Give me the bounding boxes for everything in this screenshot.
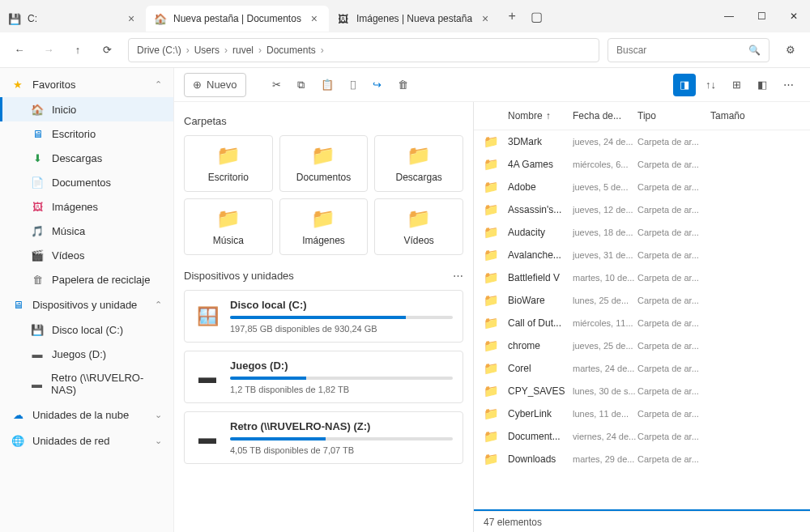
column-type[interactable]: Tipo	[637, 110, 710, 121]
refresh-button[interactable]: ⟳	[94, 37, 120, 63]
drive-status: 1,2 TB disponibles de 1,82 TB	[230, 385, 453, 394]
sidebar-cloud-header[interactable]: ☁ Unidades de la nube ⌄	[0, 402, 173, 428]
sidebar-item[interactable]: 🖥Escritorio	[0, 121, 173, 146]
sidebar-item[interactable]: 🏠Inicio	[0, 97, 173, 121]
drives-more-button[interactable]: ⋯	[453, 270, 463, 282]
minimize-button[interactable]: —	[713, 0, 745, 32]
file-row[interactable]: 📁Adobejueves, 5 de...Carpeta de ar...	[474, 176, 810, 198]
search-icon: 🔍	[748, 45, 761, 56]
tab-title: Nueva pestaña | Documentos	[173, 13, 301, 24]
sidebar-item[interactable]: 💾Disco local (C:)	[0, 317, 173, 342]
breadcrumb[interactable]: Drive (C:\)›Users›ruvel›Documents›	[128, 38, 599, 62]
drive-card[interactable]: ▬Juegos (D:)1,2 TB disponibles de 1,82 T…	[184, 351, 463, 403]
file-name: 3DMark	[503, 136, 573, 147]
share-button[interactable]: ↪	[366, 73, 388, 97]
column-date[interactable]: Fecha de...	[573, 110, 637, 121]
forward-button[interactable]: →	[36, 37, 62, 63]
sidebar-favorites-header[interactable]: ★ Favoritos ⌃	[0, 71, 173, 97]
file-row[interactable]: 📁Audacityjueves, 18 de...Carpeta de ar..…	[474, 221, 810, 244]
drive-icon: ▬	[31, 377, 43, 390]
search-input[interactable]	[616, 45, 748, 56]
tab-close-icon[interactable]: ×	[125, 12, 138, 25]
up-button[interactable]: ↑	[65, 37, 91, 63]
file-row[interactable]: 📁Avalanche...jueves, 31 de...Carpeta de …	[474, 244, 810, 266]
sidebar-item[interactable]: 📄Documentos	[0, 170, 173, 194]
file-row[interactable]: 📁3DMarkjueves, 24 de...Carpeta de ar...	[474, 130, 810, 153]
paste-button[interactable]: 📋	[314, 73, 340, 97]
file-date: jueves, 18 de...	[573, 228, 637, 237]
drives-section-title: Dispositivos y unidades ⋯	[184, 270, 463, 282]
file-row[interactable]: 📁chromejueves, 25 de...Carpeta de ar...	[474, 334, 810, 357]
sidebar-item[interactable]: 🎬Vídeos	[0, 243, 173, 267]
breadcrumb-segment[interactable]: Documents	[266, 45, 316, 56]
drive-name: Disco local (C:)	[230, 299, 453, 311]
file-row[interactable]: 📁CPY_SAVESlunes, 30 de s...Carpeta de ar…	[474, 380, 810, 402]
drive-icon: ▬	[194, 420, 220, 455]
new-button[interactable]: ⊕ Nuevo	[184, 73, 246, 97]
file-row[interactable]: 📁BioWarelunes, 25 de...Carpeta de ar...	[474, 289, 810, 312]
sidebar-item[interactable]: 🖼Imágenes	[0, 194, 173, 219]
cut-icon: ✂	[272, 79, 281, 91]
breadcrumb-segment[interactable]: Users	[194, 45, 220, 56]
sidebar-item-icon: 🎬	[31, 249, 44, 262]
file-row[interactable]: 📁Call of Dut...miércoles, 11...Carpeta d…	[474, 312, 810, 334]
file-row[interactable]: 📁Corelmartes, 24 de...Carpeta de ar...	[474, 357, 810, 380]
rename-button[interactable]: ⌷	[343, 73, 363, 97]
folder-icon: 📁	[484, 157, 503, 172]
delete-button[interactable]: 🗑	[391, 73, 415, 97]
view-button[interactable]: ⊞	[726, 73, 748, 97]
folder-icon: 📁	[484, 361, 503, 376]
folder-card[interactable]: 📁Imágenes	[279, 198, 369, 255]
sidebar-item[interactable]: ⬇Descargas	[0, 146, 173, 170]
file-row[interactable]: 📁CyberLinklunes, 11 de...Carpeta de ar..…	[474, 402, 810, 425]
tab-close-icon[interactable]: ×	[479, 12, 492, 25]
maximize-button[interactable]: ☐	[745, 0, 778, 32]
new-tab-button[interactable]: +	[500, 9, 524, 23]
tab[interactable]: 💾C:×	[0, 6, 146, 32]
tab[interactable]: 🏠Nueva pestaña | Documentos×	[146, 6, 329, 32]
sidebar-devices-header[interactable]: 🖥 Dispositivos y unidade ⌃	[0, 292, 173, 317]
file-row[interactable]: 📁Battlefield Vmartes, 10 de...Carpeta de…	[474, 266, 810, 289]
copy-button[interactable]: ⧉	[291, 73, 311, 97]
file-type: Carpeta de ar...	[637, 160, 710, 169]
panel-toggle-button[interactable]: ◨	[673, 74, 696, 96]
folder-icon: 📁	[484, 384, 503, 398]
folder-card[interactable]: 📁Descargas	[374, 135, 463, 192]
tab[interactable]: 🖼Imágenes | Nueva pestaña×	[329, 6, 500, 32]
sidebar-item[interactable]: 🎵Música	[0, 219, 173, 243]
file-date: lunes, 25 de...	[573, 296, 637, 305]
breadcrumb-segment[interactable]: Drive (C:\)	[137, 45, 181, 56]
settings-button[interactable]: ⚙	[778, 37, 804, 63]
folder-card[interactable]: 📁Escritorio	[184, 135, 273, 192]
sidebar-item[interactable]: ▬Juegos (D:)	[0, 342, 173, 366]
folder-card[interactable]: 📁Música	[184, 198, 273, 255]
file-type: Carpeta de ar...	[637, 182, 710, 192]
file-row[interactable]: 📁Document...viernes, 24 de...Carpeta de …	[474, 425, 810, 448]
folder-card[interactable]: 📁Documentos	[279, 135, 369, 192]
sidebar-item[interactable]: 🗑Papelera de reciclaje	[0, 267, 173, 292]
column-size[interactable]: Tamaño	[710, 110, 759, 121]
drive-card[interactable]: ▬Retro (\\RUVELRO-NAS) (Z:)4,05 TB dispo…	[184, 411, 463, 464]
more-button[interactable]: ⋯	[777, 73, 800, 97]
sidebar-network-header[interactable]: 🌐 Unidades de red ⌄	[0, 428, 173, 453]
drive-name: Retro (\\RUVELRO-NAS) (Z:)	[230, 420, 453, 432]
layout-button[interactable]: ◧	[751, 73, 774, 97]
file-row[interactable]: 📁4A Gamesmiércoles, 6...Carpeta de ar...	[474, 153, 810, 176]
tab-overview-button[interactable]: ▢	[524, 9, 548, 24]
folder-card[interactable]: 📁Vídeos	[374, 198, 463, 255]
sidebar-item[interactable]: ▬Retro (\\RUVELRO-NAS)	[0, 366, 173, 402]
file-row[interactable]: 📁Downloadsmartes, 29 de...Carpeta de ar.…	[474, 448, 810, 470]
drive-card[interactable]: 🪟Disco local (C:)197,85 GB disponibles d…	[184, 290, 463, 343]
tab-close-icon[interactable]: ×	[308, 12, 321, 25]
file-date: jueves, 24 de...	[573, 137, 637, 147]
close-button[interactable]: ✕	[778, 0, 810, 32]
sort-button[interactable]: ↑↓	[699, 73, 723, 97]
file-row[interactable]: 📁Assassin's...jueves, 12 de...Carpeta de…	[474, 198, 810, 221]
folder-icon: 📁	[484, 134, 503, 149]
cut-button[interactable]: ✂	[266, 73, 288, 97]
column-name[interactable]: Nombre ↑	[484, 110, 573, 121]
search-box[interactable]: 🔍	[608, 38, 770, 62]
folder-icon: 📁	[484, 180, 503, 194]
breadcrumb-segment[interactable]: ruvel	[232, 45, 254, 56]
back-button[interactable]: ←	[6, 37, 32, 63]
